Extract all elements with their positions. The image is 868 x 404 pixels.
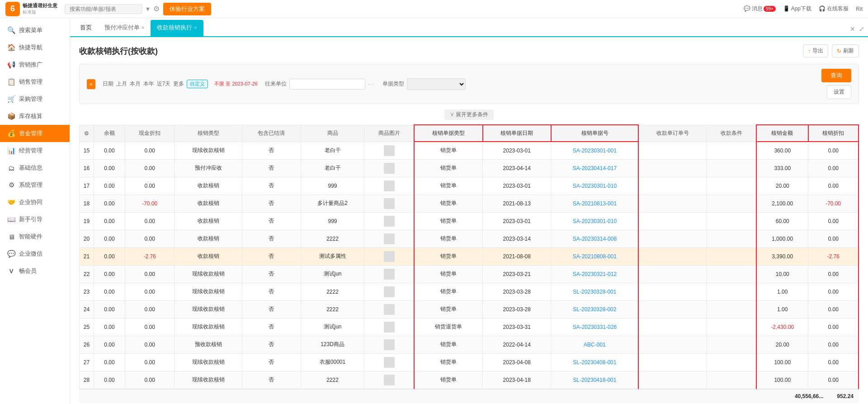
- query-button[interactable]: 查询: [821, 69, 851, 82]
- tab-prepay[interactable]: 预付冲应付单 ×: [98, 20, 151, 36]
- tab-collection-close[interactable]: ×: [194, 25, 197, 30]
- voucher-no-link[interactable]: SA-20210808-001: [573, 253, 617, 260]
- cell-balance: 0.00: [94, 265, 125, 283]
- sidebar-item-label: 资金管理: [19, 129, 42, 138]
- tab-maximize-icon[interactable]: ⤢: [859, 25, 864, 33]
- sidebar-item-smart-hw[interactable]: 🖥 智能硬件: [0, 228, 70, 245]
- cell-cancel-type: 收款核销: [175, 230, 242, 247]
- date-opt-more[interactable]: 更多: [173, 80, 184, 88]
- sidebar-item-guide[interactable]: 📖 新手引导: [0, 211, 70, 228]
- app-logo: 6 畅捷通谱好生意 标准版: [5, 2, 61, 16]
- sidebar-item-label: 企业微信: [19, 250, 42, 258]
- filter-dots: ···: [368, 81, 375, 87]
- setting-button[interactable]: 设置: [827, 85, 851, 99]
- col-product: 商品: [301, 125, 364, 142]
- sidebar-item-label: 库存核算: [19, 112, 42, 120]
- export-icon: ↑: [808, 48, 811, 54]
- table-row: 18 0.00 -70.00 收款核销 否 多计量商品2 销货单 2021-08…: [80, 195, 859, 212]
- search-input[interactable]: [65, 4, 142, 14]
- online-service-link[interactable]: 🎧 在线客服: [819, 5, 849, 13]
- sidebar-item-inventory[interactable]: 📦 库存核算: [0, 108, 70, 125]
- table-row: 27 0.00 0.00 现续收款核销 否 衣服00001 销货单 2023-0…: [80, 353, 859, 371]
- col-settings[interactable]: ⚙: [80, 125, 94, 142]
- cell-cancel-voucher-type: 销货单: [414, 177, 482, 195]
- cell-product: 123D商品: [301, 336, 364, 353]
- sidebar-item-marketing[interactable]: 📢 营销推广: [0, 56, 70, 73]
- sidebar-item-finance[interactable]: 💰 资金管理: [0, 125, 70, 142]
- cell-num: 15: [80, 142, 94, 159]
- cell-cancel-voucher-type: 销货单: [414, 283, 482, 300]
- to-unit-input[interactable]: [289, 79, 365, 90]
- tab-collection[interactable]: 收款核销执行 ×: [151, 20, 203, 36]
- user-label[interactable]: Rit: [856, 6, 863, 12]
- cell-include-cleared: 否: [242, 177, 301, 195]
- voucher-no-link[interactable]: SA-20230301-010: [573, 218, 617, 224]
- cell-cancel-voucher-date: 2023-04-18: [483, 371, 551, 389]
- voucher-no-link[interactable]: SA-20230331-026: [573, 324, 617, 330]
- tab-prepay-close[interactable]: ×: [142, 25, 144, 30]
- sidebar-item-enterprise[interactable]: 🤝 企业协同: [0, 194, 70, 211]
- sidebar-item-label: 搜索菜单: [19, 26, 42, 34]
- expand-conditions-button[interactable]: ∨ 展开更多条件: [444, 109, 494, 120]
- voucher-no-link[interactable]: SL-20230408-001: [573, 359, 616, 366]
- cancel-amount-total: 40,556,66...: [795, 393, 823, 399]
- cell-product: 老白干: [301, 142, 364, 159]
- voucher-no-link[interactable]: SA-20230321-012: [573, 271, 617, 277]
- cell-product: 2222: [301, 230, 364, 247]
- industry-solution-button[interactable]: 休验行业方案: [163, 3, 211, 15]
- voucher-no-link[interactable]: SL-20230328-001: [573, 289, 616, 295]
- refresh-button[interactable]: ↻ 刷新: [832, 44, 859, 57]
- cell-cancel-type: 收款核销: [175, 195, 242, 212]
- cell-cancel-voucher-no: SA-20230301-010: [551, 212, 638, 230]
- sidebar-item-wechat[interactable]: 💬 企业微信: [0, 245, 70, 262]
- message-area[interactable]: 💬 消息99+: [744, 5, 776, 13]
- cell-cancel-discount: 0.00: [808, 159, 859, 177]
- voucher-no-link[interactable]: SL-20230328-002: [573, 306, 616, 313]
- voucher-type-select[interactable]: [407, 78, 466, 90]
- date-opt-last-month[interactable]: 上月: [116, 80, 127, 88]
- settings-icon[interactable]: ⚙: [153, 5, 160, 13]
- export-button[interactable]: ↑ 导出: [803, 44, 828, 57]
- date-opt-7days[interactable]: 近7天: [157, 80, 171, 88]
- date-opt-this-year[interactable]: 本年: [143, 80, 154, 88]
- sidebar-item-basic-info[interactable]: 🗂 基础信息: [0, 159, 70, 176]
- filter-voucher-type-group: 单据类型: [382, 78, 466, 90]
- date-opt-custom[interactable]: 自定义: [187, 80, 208, 88]
- voucher-no-link[interactable]: SA-20230301-010: [573, 183, 617, 189]
- cell-cancel-amount: 3,390.00: [756, 247, 808, 265]
- voucher-no-link[interactable]: ABC-001: [584, 342, 606, 348]
- cell-cancel-type: 预收款核销: [175, 336, 242, 353]
- sidebar-item-label: 销售管理: [19, 78, 42, 86]
- sidebar-item-purchase[interactable]: 🛒 采购管理: [0, 90, 70, 108]
- col-cancel-type: 核销类型: [175, 125, 242, 142]
- cell-cancel-discount: 0.00: [808, 230, 859, 247]
- sidebar-item-quick-nav[interactable]: 🏠 快捷导航: [0, 39, 70, 56]
- voucher-no-link[interactable]: SL-20230418-001: [573, 377, 616, 383]
- cell-cancel-voucher-date: 2023-03-14: [483, 230, 551, 247]
- tab-home[interactable]: 首页: [74, 20, 98, 36]
- sidebar-item-search[interactable]: 🔍 搜索菜单: [0, 22, 70, 39]
- date-opt-this-month[interactable]: 本月: [130, 80, 141, 88]
- cell-cash-discount: 0.00: [125, 212, 174, 230]
- tab-close-all-icon[interactable]: ✕: [850, 25, 855, 33]
- voucher-no-link[interactable]: SA-20230414-017: [573, 165, 617, 171]
- col-cancel-amount: 核销金额: [756, 125, 808, 142]
- sidebar-item-sales[interactable]: 📋 销售管理: [0, 73, 70, 90]
- cell-balance: 0.00: [94, 159, 125, 177]
- voucher-no-link[interactable]: SA-20230314-008: [573, 236, 617, 242]
- sidebar-item-system[interactable]: ⚙ 系统管理: [0, 176, 70, 194]
- filter-collapse-button[interactable]: »: [87, 79, 95, 89]
- sidebar-item-operation[interactable]: 📊 经营管理: [0, 142, 70, 159]
- cell-include-cleared: 否: [242, 318, 301, 336]
- cell-cancel-amount: 1.00: [756, 300, 808, 318]
- app-download-link[interactable]: 📱 App下载: [783, 5, 811, 13]
- voucher-no-link[interactable]: SA-20230301-001: [573, 147, 617, 154]
- voucher-no-link[interactable]: SA-20210813-001: [573, 200, 617, 207]
- cell-cancel-voucher-type: 销货单: [414, 159, 482, 177]
- col-include-cleared: 包含已结清: [242, 125, 301, 142]
- sidebar-item-member[interactable]: V 畅会员: [0, 262, 70, 280]
- cell-product: 多计量商品2: [301, 195, 364, 212]
- cell-cancel-voucher-date: 2023-03-01: [483, 177, 551, 195]
- cell-product-image: [364, 336, 414, 353]
- dropdown-icon[interactable]: ▾: [146, 5, 150, 13]
